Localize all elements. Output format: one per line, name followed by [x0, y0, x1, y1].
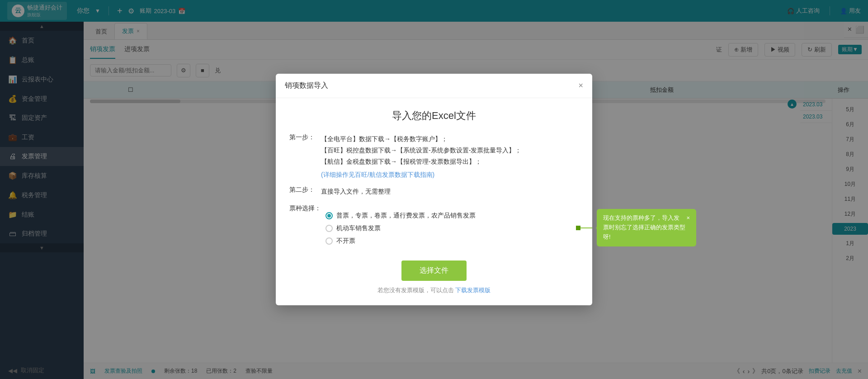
radio-group: 普票，专票，卷票，通行费发票，农产品销售发票 机动车销售发票 不开票 — [326, 212, 476, 250]
step2-content: 直接导入文件，无需整理 — [321, 186, 391, 197]
modal-body: 导入您的Excel文件 第一步： 【全电平台】数据下载→【税务数字账户】； 【百… — [276, 98, 592, 306]
modal-footer: 若您没有发票模版，可以点击 下载发票模版 — [289, 286, 579, 294]
modal-title: 销项数据导入 — [285, 81, 328, 90]
select-file-button[interactable]: 选择文件 — [401, 261, 467, 281]
file-select-section: 选择文件 — [289, 261, 579, 281]
tooltip-dot — [576, 226, 580, 230]
step1-line1: 【全电平台】数据下载→【税务数字账户】； — [321, 133, 521, 145]
step2: 第二步： 直接导入文件，无需整理 — [289, 186, 579, 197]
download-template-link[interactable]: 下载发票模版 — [455, 287, 491, 294]
tooltip-line — [579, 227, 592, 228]
step1-content: 【全电平台】数据下载→【税务数字账户】； 【百旺】税控盘数据下载→【系统设置-系… — [321, 133, 521, 181]
radio-none-circle[interactable] — [326, 237, 333, 245]
radio-motor-label: 机动车销售发票 — [336, 224, 381, 232]
step1-label: 第一步： — [289, 133, 316, 142]
step1-line3: 【航信】金税盘数据下载→【报税管理-发票数据导出】； — [321, 156, 521, 167]
ticket-selection: 票种选择： 普票，专票，卷票，通行费发票，农产品销售发票 机动车销售发票 不开票 — [289, 204, 579, 250]
tooltip-text: 现在支持的票种多了，导入发票时别忘了选择正确的发票类型呀! — [603, 214, 685, 240]
radio-normal[interactable]: 普票，专票，卷票，通行费发票，农产品销售发票 — [326, 212, 476, 220]
modal-overlay[interactable]: 销项数据导入 × 导入您的Excel文件 第一步： 【全电平台】数据下载→【税务… — [0, 0, 868, 379]
modal-main-title: 导入您的Excel文件 — [289, 109, 579, 123]
radio-none-label: 不开票 — [336, 237, 355, 245]
step1-link[interactable]: (详细操作见百旺/航信发票数据下载指南) — [321, 169, 521, 180]
tooltip-bubble: × 现在支持的票种多了，导入发票时别忘了选择正确的发票类型呀! — [597, 209, 696, 246]
ticket-label: 票种选择： — [289, 204, 321, 213]
step1: 第一步： 【全电平台】数据下载→【税务数字账户】； 【百旺】税控盘数据下载→【系… — [289, 133, 579, 181]
tooltip-close[interactable]: × — [686, 213, 690, 223]
radio-none[interactable]: 不开票 — [326, 237, 476, 245]
modal-close-button[interactable]: × — [578, 81, 583, 90]
radio-normal-circle[interactable] — [326, 212, 333, 219]
step1-line2: 【百旺】税控盘数据下载→【系统设置-系统参数设置-发票批量导入】； — [321, 145, 521, 156]
step2-label: 第二步： — [289, 186, 316, 194]
modal: 销项数据导入 × 导入您的Excel文件 第一步： 【全电平台】数据下载→【税务… — [276, 74, 592, 306]
radio-motor-circle[interactable] — [326, 225, 333, 232]
modal-header: 销项数据导入 × — [276, 74, 592, 98]
radio-normal-label: 普票，专票，卷票，通行费发票，农产品销售发票 — [336, 212, 476, 220]
radio-motor[interactable]: 机动车销售发票 — [326, 224, 476, 232]
